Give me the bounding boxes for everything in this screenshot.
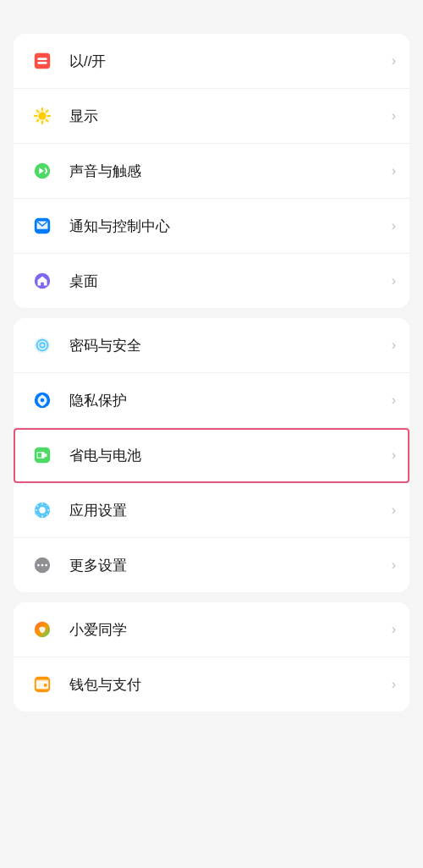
power-icon <box>27 46 58 76</box>
menu-label-app-settings: 应用设置 <box>69 501 385 520</box>
section-1: 以//开› 显示› 声音与触感› 通知与控制中心› 桌面› <box>14 34 409 308</box>
menu-label-xiaoai: 小爱同学 <box>69 620 385 640</box>
menu-item-display[interactable]: 显示› <box>14 89 409 144</box>
chevron-icon: › <box>392 108 396 124</box>
password-icon <box>27 330 58 360</box>
svg-rect-39 <box>36 680 49 684</box>
chevron-icon: › <box>392 338 396 353</box>
menu-label-battery: 省电与电池 <box>69 446 385 465</box>
svg-point-4 <box>38 112 46 119</box>
page-title <box>0 0 423 34</box>
svg-point-34 <box>41 564 44 567</box>
menu-label-sound: 声音与触感 <box>69 162 385 181</box>
svg-rect-28 <box>45 453 47 457</box>
sun-icon <box>27 101 58 131</box>
home-icon <box>27 266 58 296</box>
menu-item-wallet[interactable]: 钱包与支付› <box>14 657 409 711</box>
svg-rect-1 <box>38 58 47 60</box>
chevron-icon: › <box>392 393 396 408</box>
chevron-icon: › <box>392 273 396 288</box>
menu-label-privacy: 隐私保护 <box>69 391 385 410</box>
chevron-icon: › <box>392 622 396 637</box>
more-icon <box>27 550 58 580</box>
menu-label-display: 显示 <box>69 107 385 126</box>
svg-rect-29 <box>38 453 42 458</box>
gear-icon <box>27 495 58 525</box>
chevron-icon: › <box>392 677 396 692</box>
svg-point-22 <box>36 344 38 346</box>
svg-point-20 <box>41 339 43 341</box>
chevron-icon: › <box>392 503 396 518</box>
menu-label-notification: 通知与控制中心 <box>69 217 385 236</box>
svg-point-25 <box>41 398 45 403</box>
chevron-icon: › <box>392 558 396 573</box>
menu-item-app-settings[interactable]: 应用设置› <box>14 483 409 538</box>
menu-label-password: 密码与安全 <box>69 336 385 355</box>
menu-item-battery[interactable]: 省电与电池› <box>14 428 409 483</box>
sound-icon <box>27 156 58 186</box>
menu-item-power-off[interactable]: 以//开› <box>14 34 409 89</box>
menu-item-more-settings[interactable]: 更多设置› <box>14 538 409 592</box>
chevron-icon: › <box>392 448 396 463</box>
chevron-icon: › <box>392 53 396 69</box>
svg-point-21 <box>41 350 43 352</box>
notification-icon <box>27 211 58 241</box>
privacy-icon <box>27 385 58 415</box>
menu-item-privacy[interactable]: 隐私保护› <box>14 373 409 428</box>
battery-icon <box>27 440 58 470</box>
svg-point-35 <box>45 564 47 567</box>
menu-item-password[interactable]: 密码与安全› <box>14 318 409 373</box>
menu-label-desktop: 桌面 <box>69 272 385 291</box>
menu-item-notification[interactable]: 通知与控制中心› <box>14 199 409 254</box>
menu-label-more-settings: 更多设置 <box>69 556 385 575</box>
xiaoai-icon <box>27 614 58 645</box>
menu-item-desktop[interactable]: 桌面› <box>14 254 409 308</box>
svg-point-33 <box>37 564 40 567</box>
section-2: 密码与安全› 隐私保护› 省电与电池› 应用设置› 更多设置› <box>14 318 409 592</box>
menu-item-sound[interactable]: 声音与触感› <box>14 144 409 199</box>
svg-point-31 <box>39 507 45 513</box>
section-3: 小爱同学› 钱包与支付› <box>14 602 409 711</box>
menu-label-power-off: 以//开 <box>69 52 385 71</box>
menu-label-wallet: 钱包与支付 <box>69 675 385 695</box>
chevron-icon: › <box>392 163 396 179</box>
chevron-icon: › <box>392 218 396 233</box>
wallet-icon <box>27 669 58 700</box>
svg-point-40 <box>44 684 47 687</box>
svg-rect-0 <box>35 53 50 69</box>
svg-point-23 <box>47 344 49 346</box>
menu-item-xiaoai[interactable]: 小爱同学› <box>14 602 409 657</box>
svg-rect-2 <box>38 62 47 64</box>
